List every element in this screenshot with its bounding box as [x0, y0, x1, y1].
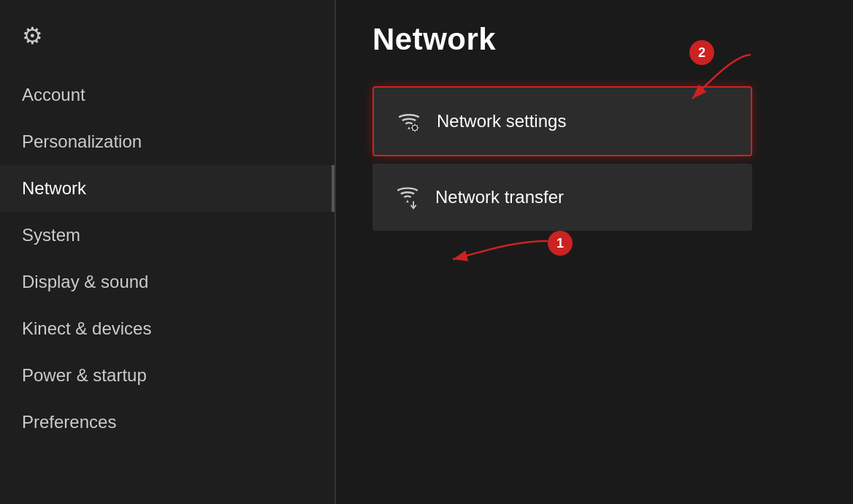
wifi-gear-icon — [396, 108, 422, 134]
sidebar-item-kinect-devices[interactable]: Kinect & devices — [0, 305, 334, 352]
badge-1: 1 — [548, 231, 573, 256]
sidebar-item-display-sound[interactable]: Display & sound — [0, 259, 334, 305]
gear-icon[interactable]: ⚙ — [22, 23, 43, 49]
network-transfer-label: Network transfer — [435, 187, 564, 207]
main-content: Network — [336, 0, 853, 504]
sidebar-item-power-startup[interactable]: Power & startup — [0, 352, 334, 399]
sidebar-item-personalization[interactable]: Personalization — [0, 118, 334, 165]
network-settings-label: Network settings — [437, 111, 566, 131]
sidebar: ⚙ Account Personalization Network System… — [0, 0, 336, 504]
svg-line-8 — [417, 125, 418, 126]
sidebar-nav: Account Personalization Network System D… — [0, 72, 334, 504]
sidebar-item-account[interactable]: Account — [0, 72, 334, 118]
network-transfer-item[interactable]: Network transfer — [372, 164, 752, 231]
sidebar-item-network[interactable]: Network — [0, 165, 334, 212]
badge-2: 2 — [689, 40, 714, 65]
sidebar-gear-section: ⚙ — [0, 15, 334, 72]
svg-line-6 — [412, 125, 413, 126]
svg-line-7 — [417, 129, 418, 130]
annotation-arrow-2 — [649, 47, 780, 121]
svg-line-9 — [412, 129, 413, 130]
sidebar-item-preferences[interactable]: Preferences — [0, 399, 334, 446]
wifi-transfer-icon — [394, 184, 421, 210]
sidebar-item-system[interactable]: System — [0, 212, 334, 259]
